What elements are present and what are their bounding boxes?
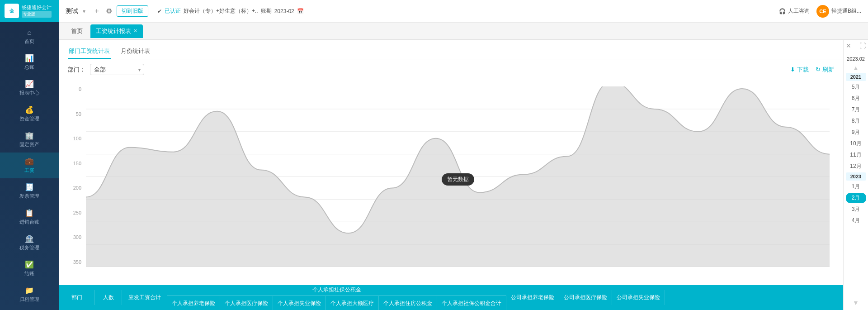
main-wrapper: 测试 ▾ ＋ ⚙ 切到旧版 ✔ 已认证 好会计（专）+好生意（标）+.. 账期 … bbox=[59, 0, 868, 310]
month-item[interactable]: 10月 bbox=[846, 138, 866, 149]
status-certified: 已认证 bbox=[165, 7, 181, 15]
download-icon: ⬇ bbox=[790, 66, 795, 73]
topbar-right: 🎧 人工咨询 CE 轻捷通B组... bbox=[779, 5, 861, 18]
y-axis-label: 50 bbox=[68, 111, 84, 117]
sidebar-item-label: 固定资产 bbox=[19, 141, 39, 148]
month-item[interactable]: 9月 bbox=[846, 127, 866, 138]
dept-select-wrapper: 全部财务部人事部销售部 ▾ bbox=[90, 64, 144, 75]
table-group-col: 个人承担大额医疗 bbox=[326, 296, 379, 310]
sub-tabbar: 部门工资统计表月份统计表 bbox=[59, 40, 843, 59]
month-item[interactable]: 8月 bbox=[846, 116, 866, 126]
sidebar-item-home[interactable]: ⌂首页 bbox=[0, 24, 59, 49]
refresh-label: 刷新 bbox=[822, 66, 834, 74]
month-item[interactable]: 3月 bbox=[846, 204, 866, 215]
sidebar-item-settle[interactable]: ✅结账 bbox=[0, 256, 59, 281]
sidebar-item-label: 结账 bbox=[24, 270, 34, 277]
switch-version-button[interactable]: 切到旧版 bbox=[117, 5, 148, 17]
month-item[interactable]: 5月 bbox=[846, 82, 866, 92]
download-button[interactable]: ⬇ 下载 bbox=[790, 66, 809, 74]
year-2023-label: 2023 bbox=[846, 172, 866, 181]
y-axis-label: 250 bbox=[68, 210, 84, 215]
month-item[interactable]: 4月 bbox=[846, 215, 866, 226]
tax-icon: 🏦 bbox=[25, 234, 34, 243]
app-logo: 会 畅捷通好会计 专业版 bbox=[0, 0, 59, 22]
sidebar-item-ledger[interactable]: 📊总账 bbox=[0, 49, 59, 75]
y-axis-label: 150 bbox=[68, 161, 84, 166]
year-2021-label: 2021 bbox=[846, 73, 866, 81]
dept-label: 部门： bbox=[68, 66, 85, 74]
table-company-col: 公司承担失业保险 bbox=[612, 290, 665, 305]
dept-select[interactable]: 全部财务部人事部销售部 bbox=[90, 64, 144, 75]
sidebar-item-label: 发票管理 bbox=[19, 193, 39, 200]
sidebar-item-label: 进销台账 bbox=[19, 219, 39, 225]
tab-label: 工资统计报表 bbox=[96, 27, 131, 35]
sidebar-item-tax[interactable]: 🏦税务管理 bbox=[0, 230, 59, 256]
assistant-label: 人工咨询 bbox=[788, 7, 810, 15]
invoice-icon: 🧾 bbox=[25, 183, 34, 191]
certified-icon: ✔ bbox=[157, 8, 162, 14]
table-header-col: 人数 bbox=[95, 290, 122, 305]
sidebar-item-assets[interactable]: 🏢固定资产 bbox=[0, 127, 59, 153]
calendar-icon[interactable]: 📅 bbox=[297, 8, 304, 14]
scroll-down-icon[interactable]: ▼ bbox=[851, 298, 860, 308]
month-item[interactable]: 1月 bbox=[846, 181, 866, 192]
tab-工资统计报表[interactable]: 工资统计报表✕ bbox=[90, 24, 143, 38]
sidebar-item-reports[interactable]: 📈报表中心 bbox=[0, 75, 59, 101]
close-icon[interactable]: ✕ bbox=[846, 42, 851, 49]
chart-container: 350300250200150100500 暂无数据 bbox=[68, 84, 834, 281]
month-item[interactable]: 12月 bbox=[846, 161, 866, 172]
settings-icon[interactable]: ⚙ bbox=[105, 6, 113, 16]
sidebar-item-label: 工资 bbox=[24, 167, 34, 174]
y-axis-label: 350 bbox=[68, 259, 84, 265]
y-axis-label: 200 bbox=[68, 185, 84, 191]
table-footer: 部门人数应发工资合计个人承担社保公积金个人承担养老保险个人承担医疗保险个人承担失… bbox=[59, 285, 843, 310]
chart-inner: 暂无数据 bbox=[86, 86, 830, 267]
sidebar-item-label: 首页 bbox=[24, 38, 34, 45]
assistant-button[interactable]: 🎧 人工咨询 bbox=[779, 7, 810, 15]
user-menu[interactable]: CE 轻捷通B组... bbox=[816, 5, 861, 18]
month-item[interactable]: 6月 bbox=[846, 93, 866, 104]
month-item[interactable]: 7月 bbox=[846, 105, 866, 115]
sidebar-item-salary[interactable]: 💼工资 bbox=[0, 153, 59, 178]
table-group-col: 个人承担医疗保险 bbox=[220, 296, 273, 310]
topbar-dropdown-icon[interactable]: ▾ bbox=[83, 8, 85, 14]
chart-tooltip: 暂无数据 bbox=[442, 173, 474, 186]
sub-tab-部门工资统计表[interactable]: 部门工资统计表 bbox=[68, 44, 111, 59]
sidebar-item-archive[interactable]: 📁归档管理 bbox=[0, 281, 59, 307]
scroll-up-icon[interactable]: ▲ bbox=[851, 63, 860, 73]
refresh-icon: ↻ bbox=[816, 66, 821, 73]
sub-tab-月份统计表[interactable]: 月份统计表 bbox=[120, 44, 151, 59]
user-name: 轻捷通B组... bbox=[831, 7, 861, 15]
toolbar-left: 部门： 全部财务部人事部销售部 ▾ bbox=[68, 64, 144, 75]
month-item[interactable]: 11月 bbox=[846, 150, 866, 160]
headset-icon: 🎧 bbox=[779, 8, 786, 14]
sidebar-item-label: 归档管理 bbox=[19, 296, 39, 303]
tab-label: 首页 bbox=[71, 27, 83, 35]
topbar-status: ✔ 已认证 好会计（专）+好生意（标）+.. 账期 2023-02 📅 bbox=[157, 7, 304, 15]
sidebar-item-invoice[interactable]: 🧾发票管理 bbox=[0, 178, 59, 204]
sidebar-item-funds[interactable]: 💰资金管理 bbox=[0, 101, 59, 127]
tabbar: 首页工资统计报表✕ bbox=[59, 23, 868, 40]
active-month-item[interactable]: 2月 bbox=[846, 193, 866, 203]
add-icon[interactable]: ＋ bbox=[92, 5, 101, 17]
table-company-col: 公司承担医疗保险 bbox=[559, 290, 612, 305]
tab-close-icon[interactable]: ✕ bbox=[133, 28, 137, 34]
sidebar-item-label: 资金管理 bbox=[19, 115, 39, 122]
toolbar: 部门： 全部财务部人事部销售部 ▾ ⬇ 下载 ↻ 刷新 bbox=[59, 59, 843, 80]
topbar-title: 测试 bbox=[66, 7, 78, 15]
logo-text-group: 畅捷通好会计 专业版 bbox=[22, 4, 52, 17]
sidebar-item-label: 税务管理 bbox=[19, 244, 39, 251]
table-group-col: 个人承担失业保险 bbox=[273, 296, 326, 310]
period-value: 2023-02 bbox=[274, 8, 294, 14]
table-header-col: 部门 bbox=[59, 290, 95, 305]
expand-icon[interactable]: ⛶ bbox=[859, 42, 866, 49]
sidebar-item-settings[interactable]: ⚙设置 bbox=[0, 307, 59, 310]
tab-首页[interactable]: 首页 bbox=[66, 24, 88, 38]
sidebar-item-sales[interactable]: 📋进销台账 bbox=[0, 204, 59, 230]
archive-icon: 📁 bbox=[25, 286, 34, 295]
sidebar-nav: ⌂首页📊总账📈报表中心💰资金管理🏢固定资产💼工资🧾发票管理📋进销台账🏦税务管理✅… bbox=[0, 22, 59, 310]
chart-area: 350300250200150100500 暂无数据 bbox=[59, 80, 843, 285]
refresh-button[interactable]: ↻ 刷新 bbox=[816, 66, 834, 74]
month-list: 20215月6月7月8月9月10月11月12月20231月2月3月4月 bbox=[846, 73, 866, 298]
topbar: 测试 ▾ ＋ ⚙ 切到旧版 ✔ 已认证 好会计（专）+好生意（标）+.. 账期 … bbox=[59, 0, 868, 23]
